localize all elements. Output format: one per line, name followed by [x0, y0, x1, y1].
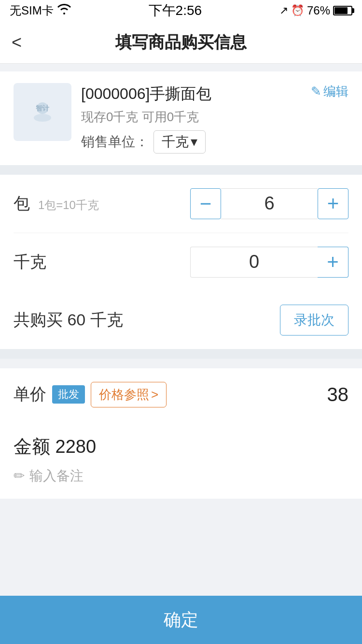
section-divider-2: [0, 349, 362, 359]
product-unit: 销售单位： 千克 ▾: [81, 130, 348, 154]
amount-note[interactable]: ✏ 输入备注: [14, 467, 348, 485]
chevron-down-icon: ▾: [191, 134, 197, 150]
kg-label: 千克: [14, 251, 46, 273]
pack-label: 包 1包=10千克: [14, 193, 99, 215]
total-row: 共购买 60 千克 录批次: [0, 291, 362, 349]
amount-value: 2280: [56, 436, 97, 457]
kg-plus-button[interactable]: +: [318, 247, 348, 278]
pencil-icon: ✏: [14, 468, 25, 484]
pack-plus-button[interactable]: +: [318, 188, 348, 219]
nav-bar: < 填写商品购买信息: [0, 21, 362, 64]
alarm-icon: ⏰: [291, 4, 304, 17]
price-value: 38: [327, 384, 349, 406]
wifi-icon: [57, 4, 71, 17]
kg-quantity-input[interactable]: [190, 247, 318, 278]
product-card: 智计 [0000006]手撕面包 现存0千克 可用0千克 销售单位： 千克 ▾ …: [0, 71, 362, 165]
battery-percent: 76%: [307, 4, 330, 17]
amount-row: 金额 2280: [14, 434, 348, 459]
back-button[interactable]: <: [12, 32, 22, 53]
amount-label: 金额: [14, 436, 50, 457]
status-right: ↗ ⏰ 76%: [279, 4, 352, 17]
status-time: 下午2:56: [149, 1, 202, 20]
svg-point-1: [34, 114, 51, 122]
svg-text:智计: 智计: [35, 104, 50, 112]
pack-quantity-input[interactable]: [221, 188, 318, 219]
product-name: [0000006]手撕面包: [81, 83, 348, 105]
price-left: 单价 批发 价格参照 >: [14, 382, 167, 407]
record-batch-button[interactable]: 录批次: [280, 305, 348, 336]
price-tag: 批发: [52, 385, 85, 404]
page-title: 填写商品购买信息: [115, 31, 247, 54]
edit-icon: ✎: [311, 84, 321, 99]
unit-label: 销售单位：: [81, 133, 149, 151]
pack-minus-button[interactable]: −: [190, 188, 221, 219]
price-label: 单价: [14, 383, 46, 406]
product-thumbnail: 智计: [14, 83, 71, 141]
status-left: 无SIM卡: [10, 3, 71, 18]
note-label: 输入备注: [29, 467, 84, 485]
kg-controls: +: [190, 247, 348, 278]
pack-controls: − +: [190, 188, 348, 219]
location-icon: ↗: [279, 4, 288, 17]
kg-row: 千克 +: [14, 233, 348, 291]
carrier-label: 无SIM卡: [10, 3, 54, 18]
battery-icon: [333, 6, 352, 15]
section-divider-1: [0, 165, 362, 175]
chevron-right-icon: >: [151, 387, 158, 402]
price-ref-button[interactable]: 价格参照 >: [91, 382, 167, 407]
input-section: 包 1包=10千克 − + 千克 +: [0, 175, 362, 291]
edit-button[interactable]: ✎ 编辑: [311, 83, 348, 100]
status-bar: 无SIM卡 下午2:56 ↗ ⏰ 76%: [0, 0, 362, 21]
product-info: [0000006]手撕面包 现存0千克 可用0千克 销售单位： 千克 ▾: [81, 83, 348, 154]
pack-row: 包 1包=10千克 − +: [14, 175, 348, 233]
amount-section: 金额 2280 ✏ 输入备注: [0, 421, 362, 499]
pack-sublabel: 1包=10千克: [38, 198, 99, 211]
product-stock: 现存0千克 可用0千克: [81, 109, 348, 126]
price-section: 单价 批发 价格参照 > 38: [0, 368, 362, 421]
confirm-button[interactable]: 确定: [0, 596, 362, 644]
total-label: 共购买 60 千克: [14, 309, 123, 331]
unit-select[interactable]: 千克 ▾: [153, 130, 206, 154]
